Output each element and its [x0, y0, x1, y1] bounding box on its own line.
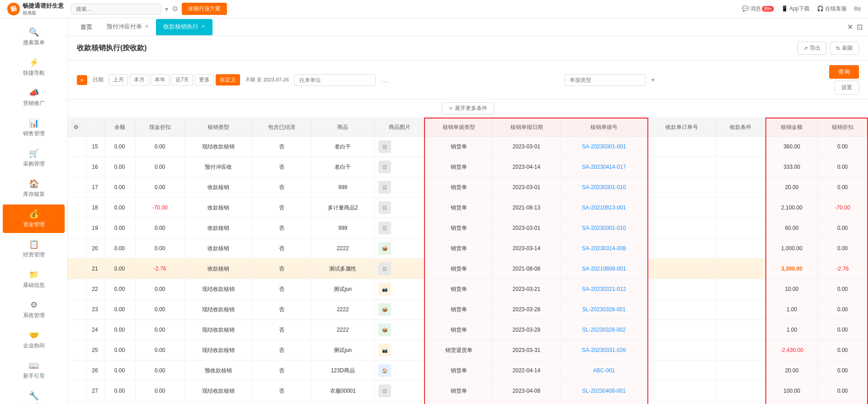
export-button[interactable]: ↗ 导出 [797, 42, 826, 55]
search-dropdown-icon[interactable]: ▾ [165, 5, 168, 13]
sidebar-label-quicknav: 快捷导航 [23, 69, 45, 77]
table-row: 27 0.00 0.00 现结收款核销 否 衣服00001 🖼 销货单 2023… [68, 381, 868, 401]
column-settings-icon[interactable]: ⚙ [71, 123, 80, 132]
td-settings [68, 198, 86, 218]
table-row: 26 0.00 0.00 预收款核销 否 123D商品 🏠 销货单 2022-0… [68, 361, 868, 381]
guide-icon: 📖 [29, 361, 39, 371]
td-product: 测试多属性 [311, 259, 375, 279]
td-cancel-amount: 20.00 [766, 177, 818, 198]
td-cancel-bill-date: 2023-04-18 [493, 401, 561, 404]
cancel-bill-no-link[interactable]: SA-20230321-012 [582, 286, 626, 292]
expand-more-button[interactable]: ∨ 展开更多条件 [442, 102, 494, 114]
cancel-bill-no-link[interactable]: SA-20230301-001 [582, 143, 626, 150]
tab-close-window-icon[interactable]: ✕ [847, 23, 853, 31]
td-cancel-bill-date: 2023-03-01 [493, 137, 561, 157]
td-receipt-order-no [648, 177, 716, 198]
sidebar-item-guide[interactable]: 📖 新手引导 [3, 356, 65, 385]
cancel-bill-no-link[interactable]: SA-20230314-008 [582, 245, 626, 252]
th-cancel-bill-type: 核销单据类型 [425, 118, 493, 137]
tab-prepayment[interactable]: 预付冲应付单 ✕ [99, 19, 156, 35]
td-cancel-bill-date: 2023-03-21 [493, 279, 561, 299]
sidebar-item-sales[interactable]: 📊 销售管理 [3, 114, 65, 142]
sidebar-item-inventory[interactable]: 🏠 库存核算 [3, 174, 65, 203]
top-search-input[interactable] [71, 4, 161, 14]
message-link[interactable]: 💬 消息99+ [742, 5, 774, 13]
sidebar-item-basic-info[interactable]: 📁 基础信息 [3, 265, 65, 294]
cancel-bill-no-link[interactable]: SA-20210808-001 [582, 266, 626, 272]
tab-maximize-icon[interactable]: ⊡ [857, 23, 863, 31]
td-cancel-bill-no: ABC-001 [560, 361, 647, 381]
td-product: 衣服00001 [311, 381, 375, 401]
sidebar-item-system[interactable]: ⚙ 系统管理 [3, 295, 65, 324]
td-cash-discount: 0.00 [135, 340, 184, 361]
settings-icon[interactable]: ⚙ [172, 5, 178, 13]
query-button[interactable]: 查询 [829, 65, 859, 79]
solution-button[interactable]: 休验行业方案 [182, 3, 227, 15]
sidebar-item-quicknav[interactable]: ⚡ 快捷导航 [3, 53, 65, 81]
td-cancel-type: 现结收款核销 [184, 279, 252, 299]
last-month-btn[interactable]: 上月 [109, 74, 128, 86]
logo: 畅 畅捷通谱好生意 标准版 [7, 2, 64, 16]
more-date-btn[interactable]: 更多 [195, 74, 214, 86]
sidebar-item-hardware[interactable]: 🔧 智能硬件 [3, 386, 65, 404]
settings-button[interactable]: 设置 [835, 81, 859, 95]
sidebar-label-sales: 销售管理 [23, 130, 45, 138]
th-receipt-order-no: 收款单订单号 [648, 118, 716, 137]
td-receipt-condition [716, 137, 766, 157]
cancel-bill-no-link[interactable]: SL-20230328-001 [582, 306, 626, 313]
expand-button[interactable]: » [77, 75, 87, 85]
bill-type-dropdown-icon[interactable]: ▾ [651, 76, 655, 83]
app-download-link[interactable]: 📱 App下载 [781, 5, 810, 13]
td-cancel-discount: 0.00 [818, 320, 868, 340]
refresh-button[interactable]: ↻ 刷新 [830, 42, 859, 55]
td-cancel-discount: 0.00 [818, 279, 868, 299]
sidebar-item-search[interactable]: 🔍 搜索菜单 [3, 23, 65, 51]
td-settings [68, 381, 86, 401]
th-cancel-bill-no: 核销单据号 [560, 118, 647, 137]
cancel-bill-no-link[interactable]: ABC-001 [593, 367, 615, 374]
td-product: 多计量商品2 [311, 198, 375, 218]
sidebar-item-funds[interactable]: 💰 资金管理 [3, 204, 65, 233]
this-month-btn[interactable]: 本月 [130, 74, 149, 86]
td-product: 老白干 [311, 137, 375, 157]
td-cash-discount: 0.00 [135, 320, 184, 340]
partner-input[interactable] [294, 74, 376, 86]
td-cancel-bill-type: 销货单 [425, 320, 493, 340]
td-cancel-discount: 0.00 [818, 238, 868, 259]
sidebar-item-enterprise[interactable]: 🤝 企业协同 [3, 326, 65, 354]
online-service-link[interactable]: 🎧 在线客服 [817, 5, 847, 13]
sidebar-item-operations[interactable]: 📋 经营管理 [3, 235, 65, 263]
th-settings[interactable]: ⚙ [68, 118, 86, 137]
bill-type-input[interactable] [565, 74, 646, 86]
tab-close-receipt-cancel[interactable]: ✕ [201, 24, 205, 29]
sidebar-item-marketing[interactable]: 📣 营销推广 [3, 83, 65, 112]
cancel-bill-no-link[interactable]: SA-20230301-010 [582, 225, 626, 231]
td-cancel-bill-no: SA-20230301-010 [560, 218, 647, 238]
tab-receipt-cancel[interactable]: 收款核销执行 ✕ [156, 19, 212, 35]
partner-dots[interactable]: ... [381, 76, 390, 84]
cancel-bill-no-link[interactable]: SA-20230414-017 [582, 164, 626, 170]
td-product-img: 🏠 [375, 361, 425, 381]
cancel-bill-no-link[interactable]: SL-20230328-002 [582, 327, 626, 333]
last-7days-btn[interactable]: 近7天 [171, 74, 193, 86]
th-cancel-bill-date: 核销单报日期 [493, 118, 561, 137]
tab-close-prepayment[interactable]: ✕ [145, 24, 149, 29]
cancel-bill-no-link[interactable]: SA-20230301-010 [582, 184, 626, 190]
sidebar-label-inventory: 库存核算 [23, 190, 45, 198]
td-cancel-type: 现结收款核销 [184, 299, 252, 320]
product-image: 🖼 [378, 201, 391, 214]
this-year-btn[interactable]: 本年 [151, 74, 170, 86]
tab-home[interactable]: 首页 [73, 19, 99, 35]
cancel-bill-no-link[interactable]: SL-20230408-001 [582, 388, 626, 394]
search-menu-icon: 🔍 [29, 27, 39, 37]
custom-date-btn[interactable]: 自定义 [216, 74, 240, 86]
cancel-bill-no-link[interactable]: SA-20230331-026 [582, 347, 626, 353]
th-seq [86, 118, 104, 137]
td-receipt-order-no [648, 198, 716, 218]
sidebar-item-purchase[interactable]: 🛒 采购管理 [3, 144, 65, 172]
td-receipt-condition [716, 279, 766, 299]
td-include-cleared: 否 [252, 177, 311, 198]
cancel-bill-no-link[interactable]: SA-20210813-001 [582, 204, 626, 211]
table-container[interactable]: ⚙ 余额 现金折扣 核销类型 包含已结清 商品 商品图片 核销单据类型 核销单报… [68, 118, 868, 404]
td-include-cleared: 否 [252, 157, 311, 177]
